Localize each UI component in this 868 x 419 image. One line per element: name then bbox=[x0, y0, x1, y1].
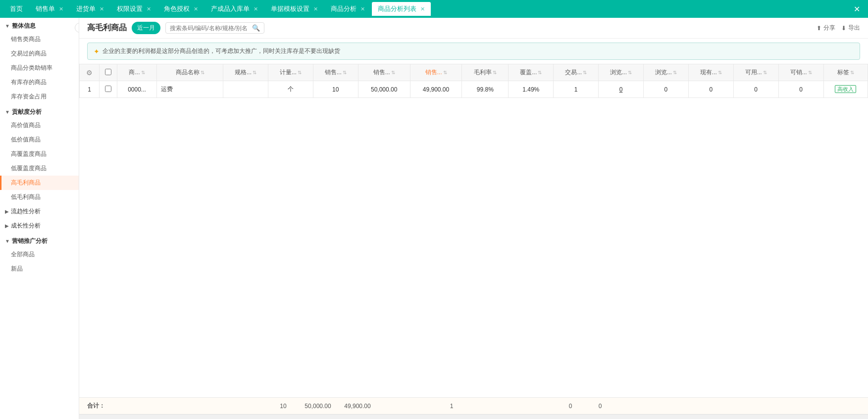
nav-sales-order[interactable]: 销售单 ✕ bbox=[30, 2, 69, 16]
sidebar-item-high-margin[interactable]: 高毛利商品 bbox=[0, 176, 79, 190]
nav-close-permission[interactable]: ✕ bbox=[147, 6, 151, 12]
row-name: 运费 bbox=[157, 81, 223, 98]
search-input[interactable] bbox=[170, 25, 250, 32]
nav-product-analysis[interactable]: 商品分析 ✕ bbox=[325, 2, 371, 16]
sort-icon-sales-qty: ⇅ bbox=[343, 70, 347, 75]
row-checkbox[interactable] bbox=[105, 86, 111, 92]
nav-close-purchase-order[interactable]: ✕ bbox=[100, 6, 104, 12]
nav-analysis-list[interactable]: 商品分析列表 ✕ bbox=[372, 2, 431, 16]
arrow-trend: ▶ bbox=[5, 209, 9, 214]
row-sales-amount: 50,000.00 bbox=[358, 81, 410, 98]
info-banner: ✦ 企业的主要的利润都是这部分商品创造的，可考虑加大推广，同时关注库存是不要出现… bbox=[87, 43, 860, 60]
sort-icon-code: ⇅ bbox=[141, 70, 145, 75]
col-sales-amount[interactable]: 销售... ⇅ bbox=[358, 64, 410, 81]
export-btn[interactable]: ⬇ 导出 bbox=[841, 24, 860, 32]
arrow-overall: ▼ bbox=[5, 23, 10, 29]
row-code: 0000... bbox=[117, 81, 157, 98]
sidebar-item-all-goods[interactable]: 全部商品 bbox=[0, 247, 79, 262]
sort-icon-gross-margin: ⇅ bbox=[493, 70, 497, 75]
horizontal-scrollbar[interactable] bbox=[79, 414, 868, 419]
sidebar-item-low-margin[interactable]: 低毛利商品 bbox=[0, 190, 79, 204]
header-actions: ⬆ 分享 ⬇ 导出 bbox=[817, 24, 860, 32]
sort-icon-available: ⇅ bbox=[763, 70, 767, 75]
col-unit[interactable]: 计量... ⇅ bbox=[268, 64, 313, 81]
nav-close-analysis-list[interactable]: ✕ bbox=[420, 6, 425, 12]
select-all-checkbox[interactable] bbox=[105, 69, 111, 75]
share-btn[interactable]: ⬆ 分享 bbox=[817, 24, 835, 32]
col-sellable[interactable]: 可销... ⇅ bbox=[778, 64, 823, 81]
top-navigation: 首页 销售单 ✕ 进货单 ✕ 权限设置 ✕ 角色授权 ✕ 产成品入库单 ✕ 单据… bbox=[0, 0, 868, 18]
nav-template-settings[interactable]: 单据模板设置 ✕ bbox=[265, 2, 324, 16]
sidebar-section-contribution[interactable]: ▼ 贡献度分析 bbox=[0, 104, 79, 118]
col-transaction[interactable]: 交易... ⇅ bbox=[554, 64, 599, 81]
col-current[interactable]: 现有... ⇅ bbox=[688, 64, 733, 81]
browse1-link[interactable]: 0 bbox=[619, 86, 623, 93]
sidebar-section-overall[interactable]: ▼ 整体信息 bbox=[0, 18, 79, 32]
share-icon: ⬆ bbox=[817, 25, 821, 32]
sidebar-item-traded-goods[interactable]: 交易过的商品 bbox=[0, 47, 79, 61]
tag-high-income: 高收入 bbox=[835, 85, 856, 93]
col-name[interactable]: 商品名称 ⇅ bbox=[157, 64, 223, 81]
nav-role-auth[interactable]: 角色授权 ✕ bbox=[158, 2, 204, 16]
sidebar-item-low-value[interactable]: 低价值商品 bbox=[0, 133, 79, 147]
nav-product-inbound[interactable]: 产成品入库单 ✕ bbox=[205, 2, 264, 16]
sidebar-section-growth[interactable]: ▶ 成长性分析 bbox=[0, 219, 79, 233]
footer-sales-amount: 50,000.00 bbox=[298, 403, 338, 410]
col-tag[interactable]: 标签 ⇅ bbox=[823, 64, 868, 81]
content-area: 高毛利商品 近一月 🔍 ⬆ 分享 ⬇ 导出 ✦ 企业的主要的利润都是这部分商品创… bbox=[79, 18, 868, 419]
sidebar-item-category-rate[interactable]: 商品分类助销率 bbox=[0, 61, 79, 75]
sort-icon-coverage: ⇅ bbox=[538, 70, 542, 75]
sort-icon-browse2: ⇅ bbox=[673, 70, 677, 75]
footer-sales-cost: 49,900.00 bbox=[338, 403, 377, 410]
nav-home[interactable]: 首页 bbox=[4, 2, 29, 16]
row-browse1[interactable]: 0 bbox=[599, 81, 644, 98]
row-gross-margin: 99.8% bbox=[462, 81, 509, 98]
nav-purchase-order[interactable]: 进货单 ✕ bbox=[70, 2, 110, 16]
settings-icon[interactable]: ⚙ bbox=[86, 69, 93, 77]
col-spec[interactable]: 规格... ⇅ bbox=[223, 64, 268, 81]
footer-spacer-10 bbox=[526, 403, 556, 410]
table-row: 1 0000... 运费 个 10 50,000.00 49,900.00 99… bbox=[80, 81, 868, 98]
arrow-contribution: ▼ bbox=[5, 109, 10, 115]
col-code[interactable]: 商... ⇅ bbox=[117, 64, 157, 81]
sidebar-item-low-coverage[interactable]: 低覆盖度商品 bbox=[0, 161, 79, 176]
nav-close-role-auth[interactable]: ✕ bbox=[194, 6, 198, 12]
footer-summary: 合计： 10 50,000.00 49,900.00 1 0 bbox=[79, 397, 868, 414]
arrow-marketing: ▼ bbox=[5, 238, 10, 244]
data-table: ⚙ 商... ⇅ 商品名称 bbox=[79, 64, 868, 98]
nav-close-sales-order[interactable]: ✕ bbox=[59, 6, 63, 12]
col-settings[interactable]: ⚙ bbox=[80, 64, 100, 81]
sort-icon-transaction: ⇅ bbox=[583, 70, 587, 75]
sidebar-item-high-coverage[interactable]: 高覆盖度商品 bbox=[0, 147, 79, 161]
col-sales-qty[interactable]: 销售... ⇅ bbox=[313, 64, 358, 81]
sort-icon-browse1: ⇅ bbox=[628, 70, 632, 75]
footer-available: 0 bbox=[556, 403, 585, 410]
nav-close-analysis[interactable]: ✕ bbox=[360, 6, 365, 12]
search-icon[interactable]: 🔍 bbox=[252, 24, 260, 32]
sidebar-section-trend[interactable]: ▶ 流趋性分析 bbox=[0, 204, 79, 219]
data-table-wrapper: ⚙ 商... ⇅ 商品名称 bbox=[79, 64, 868, 397]
col-gross-margin[interactable]: 毛利率 ⇅ bbox=[462, 64, 509, 81]
sidebar-item-in-stock[interactable]: 有库存的商品 bbox=[0, 75, 79, 90]
nav-permission-settings[interactable]: 权限设置 ✕ bbox=[111, 2, 157, 16]
nav-close-product-inbound[interactable]: ✕ bbox=[254, 6, 258, 12]
sort-icon-sales-amount: ⇅ bbox=[391, 70, 395, 75]
row-available: 0 bbox=[733, 81, 778, 98]
window-close-btn[interactable]: ✕ bbox=[850, 4, 864, 14]
sidebar-section-marketing[interactable]: ▼ 营销推广分析 bbox=[0, 233, 79, 247]
filter-btn-recent-month[interactable]: 近一月 bbox=[132, 22, 160, 34]
nav-close-template[interactable]: ✕ bbox=[313, 6, 318, 12]
sidebar-item-high-value[interactable]: 高价值商品 bbox=[0, 118, 79, 133]
col-browse1[interactable]: 浏览... ⇅ bbox=[599, 64, 644, 81]
col-available[interactable]: 可用... ⇅ bbox=[733, 64, 778, 81]
export-icon: ⬇ bbox=[841, 25, 846, 32]
col-browse2[interactable]: 浏览... ⇅ bbox=[643, 64, 688, 81]
sidebar-item-stock-capital[interactable]: 库存资金占用 bbox=[0, 90, 79, 104]
sidebar-item-new-goods[interactable]: 新品 bbox=[0, 262, 79, 276]
info-icon: ✦ bbox=[94, 47, 100, 55]
col-coverage[interactable]: 覆盖... ⇅ bbox=[509, 64, 554, 81]
sidebar-item-sales-goods[interactable]: 销售类商品 bbox=[0, 32, 79, 47]
footer-spacer-2 bbox=[147, 403, 164, 410]
col-sales-cost[interactable]: 销售... ⇅ bbox=[410, 64, 462, 81]
footer-cells: 10 50,000.00 49,900.00 1 0 0 bbox=[127, 403, 860, 410]
